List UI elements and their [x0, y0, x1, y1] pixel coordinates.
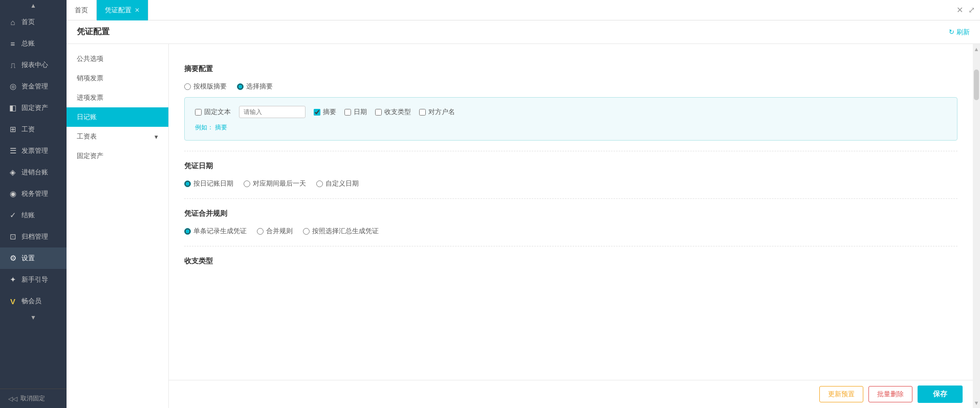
sidebar-item-ledger[interactable]: ≡ 总账 [0, 33, 67, 54]
sidebar-item-close[interactable]: ✓ 结账 [0, 205, 67, 226]
summary-radio-select-input[interactable] [237, 83, 244, 90]
sidebar-scroll-down[interactable]: ▼ [0, 312, 67, 323]
sidebar-item-invoice-mgmt[interactable]: ☰ 发票管理 [0, 140, 67, 162]
checkbox-summary-input[interactable] [314, 109, 320, 116]
checkbox-date-label: 日期 [354, 107, 367, 117]
sidebar-item-tax[interactable]: ◉ 税务管理 [0, 183, 67, 205]
tax-icon: ◉ [8, 189, 17, 198]
sidebar-label-ledger: 总账 [21, 39, 35, 48]
voucher-date-radio-last-day-input[interactable] [244, 180, 250, 187]
voucher-date-radio-journal-input[interactable] [184, 180, 191, 187]
checkbox-counterpart-name-input[interactable] [419, 109, 426, 116]
voucher-date-radio-custom[interactable]: 自定义日期 [316, 179, 359, 188]
summary-example-value: 摘要 [215, 124, 227, 131]
sidebar-label-sales-ledger: 进销台账 [21, 168, 48, 177]
checkbox-summary[interactable]: 摘要 [314, 107, 336, 117]
outer-scrollbar[interactable]: ▲ ▼ [973, 44, 980, 408]
funds-icon: ◎ [8, 82, 17, 91]
sidebar-item-funds[interactable]: ◎ 资金管理 [0, 76, 67, 97]
scrollbar-thumb[interactable] [974, 70, 979, 100]
merge-rules-radio-merge[interactable]: 合并规则 [257, 226, 293, 236]
sidebar-item-settings[interactable]: ⚙ 设置 [0, 247, 67, 269]
left-nav-item-public[interactable]: 公共选项 [67, 49, 168, 69]
refresh-button[interactable]: ↻ 刷新 [949, 28, 970, 37]
merge-rules-radio-merge-label: 合并规则 [266, 226, 293, 236]
left-nav: 公共选项 销项发票 进项发票 日记账 工资表 ▾ 固定资产 [67, 44, 169, 408]
checkbox-fixed-text[interactable]: 固定文本 [195, 107, 231, 117]
guide-icon: ✦ [8, 275, 17, 284]
merge-rules-radio-merge-input[interactable] [257, 228, 264, 235]
checkbox-date-input[interactable] [344, 109, 351, 116]
left-nav-item-payroll-table[interactable]: 工资表 ▾ [67, 127, 168, 146]
save-button[interactable]: 保存 [918, 386, 963, 403]
right-content: 摘要配置 按模版摘要 选择摘要 [169, 44, 973, 380]
merge-rules-radio-select-summary-input[interactable] [303, 228, 310, 235]
checkbox-income-type-label: 收支类型 [384, 107, 411, 117]
left-nav-label-payroll-table: 工资表 [77, 132, 97, 141]
merge-rules-radio-single[interactable]: 单条记录生成凭证 [184, 226, 247, 236]
voucher-date-radio-journal[interactable]: 按日记账日期 [184, 179, 233, 188]
sidebar-unpin-button[interactable]: ◁◁ 取消固定 [0, 389, 67, 408]
summary-example-prefix: 例如： [195, 124, 213, 131]
reports-icon: ⎍ [8, 61, 17, 70]
ledger-icon: ≡ [8, 39, 17, 48]
checkbox-fixed-text-input[interactable] [195, 109, 202, 116]
scrollbar-down-arrow[interactable]: ▼ [972, 398, 980, 408]
summary-box: 固定文本 摘要 日期 [184, 97, 957, 141]
main-area: 首页 凭证配置 ✕ ✕ ⤢ 凭证配置 ↻ 刷新 公共选项 销项发票 进 [67, 0, 980, 408]
fixed-text-input[interactable] [239, 106, 306, 118]
left-nav-label-sales-invoice: 销项发票 [77, 74, 103, 83]
left-nav-label-journal: 日记账 [77, 112, 97, 122]
tab-home[interactable]: 首页 [67, 0, 97, 20]
sidebar-label-tax: 税务管理 [21, 189, 48, 198]
sidebar-item-vip[interactable]: V 畅会员 [0, 290, 67, 312]
settings-icon: ⚙ [8, 254, 17, 263]
sidebar-item-assets[interactable]: ◧ 固定资产 [0, 97, 67, 119]
left-nav-item-fixed-assets[interactable]: 固定资产 [67, 146, 168, 166]
update-preview-button[interactable]: 更新预置 [819, 386, 863, 402]
assets-icon: ◧ [8, 103, 17, 112]
sidebar-item-payroll[interactable]: ⊞ 工资 [0, 119, 67, 140]
left-nav-item-purchase-invoice[interactable]: 进项发票 [67, 88, 168, 107]
checkbox-income-type-input[interactable] [375, 109, 382, 116]
sidebar-scroll-up[interactable]: ▲ [0, 0, 67, 11]
summary-config-title: 摘要配置 [184, 64, 957, 74]
window-resize-button[interactable]: ⤢ [968, 5, 975, 15]
batch-delete-button[interactable]: 批量删除 [868, 386, 912, 402]
sidebar-item-home[interactable]: ⌂ 首页 [0, 11, 67, 33]
sidebar-item-sales-ledger[interactable]: ◈ 进销台账 [0, 162, 67, 183]
merge-rules-radio-select-summary[interactable]: 按照选择汇总生成凭证 [303, 226, 379, 236]
payroll-table-expand-icon: ▾ [155, 133, 158, 141]
checkbox-date[interactable]: 日期 [344, 107, 367, 117]
tab-voucher-config[interactable]: 凭证配置 ✕ [97, 0, 148, 20]
refresh-icon: ↻ [949, 28, 954, 36]
checkbox-income-type[interactable]: 收支类型 [375, 107, 411, 117]
vip-icon: V [8, 297, 17, 306]
summary-radio-template-input[interactable] [184, 83, 191, 90]
home-icon: ⌂ [8, 18, 17, 27]
sidebar-item-archive[interactable]: ⊡ 归档管理 [0, 226, 67, 247]
window-close-button[interactable]: ✕ [956, 5, 963, 15]
voucher-date-radio-last-day[interactable]: 对应期间最后一天 [244, 179, 306, 188]
content-layout: 公共选项 销项发票 进项发票 日记账 工资表 ▾ 固定资产 [67, 44, 980, 408]
checkbox-counterpart-name[interactable]: 对方户名 [419, 107, 455, 117]
summary-radio-select[interactable]: 选择摘要 [237, 82, 273, 91]
summary-radio-template[interactable]: 按模版摘要 [184, 82, 227, 91]
invoice-mgmt-icon: ☰ [8, 146, 17, 155]
checkbox-counterpart-name-label: 对方户名 [428, 107, 455, 117]
left-nav-label-purchase-invoice: 进项发票 [77, 93, 103, 102]
summary-checkboxes-row: 固定文本 摘要 日期 [195, 106, 947, 118]
voucher-date-radio-custom-input[interactable] [316, 180, 323, 187]
merge-rules-section: 凭证合并规则 单条记录生成凭证 合并规则 按照选择汇总生成凭证 [184, 199, 957, 246]
sidebar-item-reports[interactable]: ⎍ 报表中心 [0, 54, 67, 76]
sidebar-label-invoice-mgmt: 发票管理 [21, 146, 48, 155]
summary-radio-select-label: 选择摘要 [246, 82, 273, 91]
left-nav-item-sales-invoice[interactable]: 销项发票 [67, 69, 168, 88]
tab-voucher-config-close[interactable]: ✕ [135, 7, 140, 14]
sidebar-label-home: 首页 [21, 17, 35, 27]
left-nav-item-journal[interactable]: 日记账 [67, 107, 168, 127]
sidebar-item-guide[interactable]: ✦ 新手引导 [0, 269, 67, 290]
merge-rules-radio-single-input[interactable] [184, 228, 191, 235]
sidebar-label-close: 结账 [21, 211, 35, 220]
scrollbar-up-arrow[interactable]: ▲ [972, 44, 980, 54]
